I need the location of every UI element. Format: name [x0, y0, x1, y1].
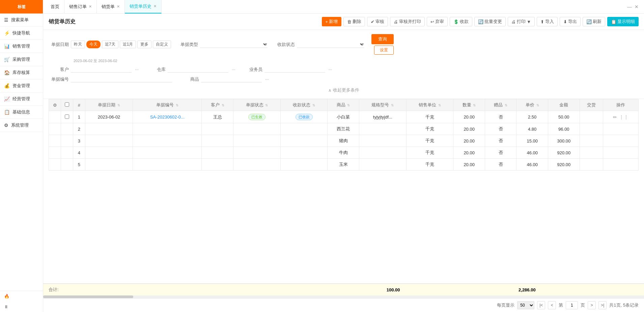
toolbar: + 新增 🗑 删除 ✔ 审核 🖨 审核并打印 ↩ 弃审 — [322, 17, 639, 26]
sidebar-item-inventory-calc[interactable]: 🏠 库存核算 — [0, 66, 43, 79]
row-2-unit: 千克 — [406, 123, 453, 135]
goods-picker-icon[interactable]: ··· — [265, 77, 269, 82]
doc-type-select[interactable] — [200, 41, 268, 48]
collect-button[interactable]: 💲 收款 — [450, 17, 472, 26]
sidebar-bottom-item-1[interactable]: 🔥 — [0, 291, 43, 302]
date-custom[interactable]: 自定义 — [153, 41, 171, 48]
audit-print-button[interactable]: 🖨 审核并打印 — [390, 17, 425, 26]
col-doc-date[interactable]: 单据日期 ⇅ — [85, 99, 133, 111]
sidebar-item-search-menu[interactable]: ☰ 搜索菜单 — [0, 14, 43, 27]
tab-sales-history-label: 销货单历史 — [130, 3, 151, 9]
sidebar-item-quick-nav[interactable]: ⚡ 快捷导航 — [0, 27, 43, 40]
filter-warehouse: 仓库 ··· — [145, 66, 235, 73]
row-1-edit-icon[interactable]: ✏ — [613, 114, 617, 120]
date-today[interactable]: 今天 — [86, 41, 101, 48]
sort-doc-number-icon: ⇅ — [176, 103, 178, 107]
col-unit[interactable]: 销售单位 ⇅ — [406, 99, 453, 111]
tab-sales-history-close[interactable]: ✕ — [153, 4, 157, 8]
goods-input[interactable] — [201, 76, 262, 82]
query-button[interactable]: 查询 — [371, 34, 394, 44]
delete-button[interactable]: 🗑 删除 — [343, 17, 365, 26]
payment-status-select[interactable] — [297, 41, 364, 48]
window-minimize-icon[interactable]: — — [627, 4, 632, 9]
row-4-customer — [202, 147, 233, 159]
row-2-index: 2 — [73, 123, 85, 135]
page-first-btn[interactable]: |< — [537, 301, 545, 309]
sidebar-item-sys-mgmt[interactable]: ⚙ 系统管理 — [0, 119, 43, 132]
row-3-unit: 千克 — [406, 135, 453, 147]
sidebar-item-basic-info[interactable]: 📋 基础信息 — [0, 106, 43, 119]
audit-button[interactable]: ✔ 审核 — [367, 17, 388, 26]
date-yesterday[interactable]: 昨天 — [71, 41, 85, 48]
import-button[interactable]: ⬆ 导入 — [537, 17, 558, 26]
more-conditions-toggle[interactable]: ∧ 收起更多条件 — [49, 86, 639, 95]
tab-sales-delivery[interactable]: 销货单 ✕ — [97, 0, 125, 14]
customer-picker-icon[interactable]: ··· — [135, 67, 139, 72]
select-all-checkbox[interactable] — [65, 102, 69, 107]
data-table: ⚙ # 单据日期 ⇅ 单据编号 ⇅ — [49, 99, 639, 171]
warehouse-input[interactable] — [168, 66, 228, 73]
export-button[interactable]: ⬇ 导出 — [560, 17, 581, 26]
row-1-checkbox[interactable] — [65, 114, 69, 119]
tab-home[interactable]: 首页 — [46, 0, 64, 14]
show-detail-button[interactable]: 📋 显示明细 — [607, 17, 639, 26]
page-next-btn[interactable]: > — [588, 301, 596, 309]
date-1month[interactable]: 近1月 — [120, 41, 136, 48]
date-7days[interactable]: 近7天 — [102, 41, 118, 48]
col-doc-status[interactable]: 单据状态 ⇅ — [233, 99, 280, 111]
date-filter: 昨天 今天 近7天 近1月 更多 自定义 — [71, 41, 171, 48]
col-settings[interactable]: ⚙ — [49, 99, 61, 111]
batch-change-button[interactable]: 🔄 批量变更 — [474, 17, 506, 26]
col-unit-price[interactable]: 单价 ⇅ — [516, 99, 548, 111]
tab-sales-delivery-close[interactable]: ✕ — [117, 4, 120, 9]
filter-salesperson: 业务员 ··· — [242, 66, 332, 73]
scrollbar-thumb[interactable] — [43, 295, 133, 298]
date-more[interactable]: 更多 — [137, 41, 151, 48]
row-5-transaction — [580, 159, 603, 171]
sort-payment-status-icon: ⇅ — [312, 103, 315, 107]
print-button[interactable]: 🖨 打印 ▼ — [508, 17, 535, 26]
page-number-input[interactable] — [566, 301, 578, 309]
salesperson-picker-icon[interactable]: ··· — [329, 67, 332, 72]
row-3-goods: 猪肉 — [328, 135, 359, 147]
window-close-icon[interactable]: ✕ — [635, 4, 639, 9]
tab-sales-history[interactable]: 销货单历史 ✕ — [125, 0, 162, 14]
abandon-button[interactable]: ↩ 弃审 — [427, 17, 448, 26]
tab-sales-order-close[interactable]: ✕ — [89, 4, 92, 9]
doc-number-input[interactable] — [71, 76, 172, 82]
row-1-check — [61, 111, 73, 123]
salesperson-input[interactable] — [264, 66, 325, 73]
chevron-up-icon: ∧ — [328, 88, 332, 93]
page-last-btn[interactable]: >| — [598, 301, 607, 309]
table-row: 4 牛肉 千克 20.00 否 46.00 920.00 — [49, 147, 639, 159]
settings-button[interactable]: 设置 — [374, 46, 394, 55]
sidebar-item-ops-mgmt[interactable]: 📈 经营管理 — [0, 93, 43, 106]
tab-sales-order[interactable]: 销售订单 ✕ — [64, 0, 97, 14]
horizontal-scrollbar[interactable] — [43, 295, 644, 298]
table-footer: 合计: 100.00 2,286.00 — [43, 283, 644, 295]
sales-mgmt-icon: 📊 — [4, 44, 10, 49]
col-goods[interactable]: 商品 ⇅ — [328, 99, 359, 111]
col-customer[interactable]: 客户 ⇅ — [202, 99, 233, 111]
filter-section: 单据日期 昨天 今天 近7天 近1月 更多 自定义 单据类型 ▼ — [43, 30, 644, 99]
row-1-transaction — [580, 111, 603, 123]
row-1-doc-date: 2023-06-02 — [85, 111, 133, 123]
col-payment-status[interactable]: 收款状态 ⇅ — [280, 99, 328, 111]
refresh-button[interactable]: 🔄 刷新 — [583, 17, 605, 26]
audit-print-icon: 🖨 — [394, 19, 398, 24]
sidebar-item-purchase-mgmt[interactable]: 🛒 采购管理 — [0, 53, 43, 66]
row-1-more-icon[interactable]: ⋮⋮ — [619, 114, 628, 120]
col-quantity[interactable]: 数量 ⇅ — [453, 99, 485, 111]
col-spec[interactable]: 规格型号 ⇅ — [359, 99, 406, 111]
page-prev-btn[interactable]: < — [548, 301, 556, 309]
col-gift[interactable]: 赠品 ⇅ — [485, 99, 516, 111]
warehouse-picker-icon[interactable]: ··· — [232, 67, 235, 72]
inventory-calc-icon: 🏠 — [4, 70, 10, 75]
customer-input[interactable] — [71, 66, 132, 73]
sidebar-item-fund-mgmt[interactable]: 💰 资金管理 — [0, 79, 43, 93]
page-size-select[interactable]: 10 20 50 100 — [517, 301, 534, 309]
col-doc-number[interactable]: 单据编号 ⇅ — [133, 99, 202, 111]
sidebar-item-sales-mgmt[interactable]: 📊 销售管理 — [0, 40, 43, 53]
sidebar-bottom-item-2[interactable]: ⏸ — [0, 302, 43, 312]
add-button[interactable]: + 新增 — [322, 17, 342, 26]
